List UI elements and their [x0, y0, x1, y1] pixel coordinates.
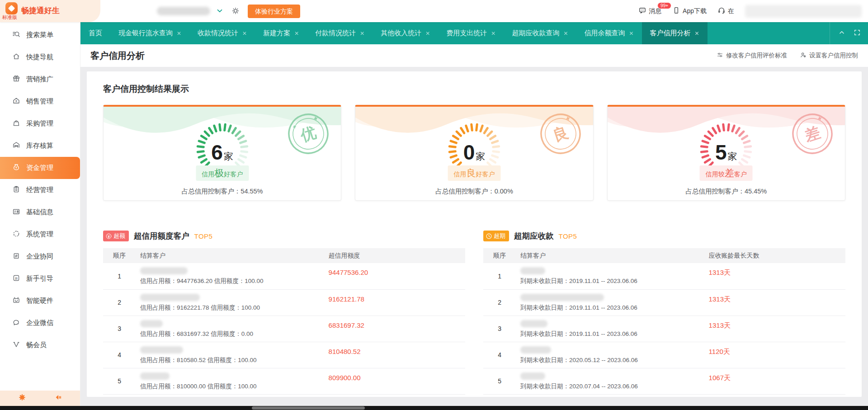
sidebar-item-marketing[interactable]: 营销推广 — [0, 68, 80, 90]
due-date-detail: 到期未收款日期：2019.11.01 -- 2023.06.06 — [520, 330, 700, 338]
tab-home[interactable]: 首页 — [80, 22, 110, 44]
online-service-label: 在 — [728, 7, 734, 15]
sidebar-item-member[interactable]: 畅会员 — [0, 334, 80, 356]
sidebar-item-system-mgmt[interactable]: 系统管理 — [0, 223, 80, 245]
dashed-circle-icon — [12, 230, 20, 239]
sidebar-item-label: 企业微信 — [26, 319, 53, 327]
credit-label-badge: 信用较差客户 — [700, 165, 753, 181]
sidebar-item-wecom[interactable]: 企业微信 — [0, 312, 80, 334]
close-icon[interactable]: ✕ — [695, 30, 699, 37]
close-icon[interactable]: ✕ — [425, 30, 430, 37]
close-icon[interactable]: ✕ — [177, 30, 181, 37]
credit-card-good: 0家 信用良好客户 占总信用控制客户：0.00% 良 — [355, 105, 593, 201]
tab-credit-balance-query[interactable]: 信用余额查询✕ — [576, 22, 642, 44]
chevron-down-icon[interactable] — [216, 7, 223, 16]
percent-label: 占总信用控制客户： — [182, 188, 241, 195]
fullscreen-icon[interactable] — [854, 29, 861, 38]
close-icon[interactable]: ✕ — [563, 30, 568, 37]
tab-cash-bank-flow-query[interactable]: 现金银行流水查询✕ — [110, 22, 189, 44]
messages-count-badge: 99+ — [657, 2, 671, 9]
count-value: 5 — [715, 141, 727, 164]
close-icon[interactable]: ✕ — [360, 30, 364, 37]
sidebar-item-sales-mgmt[interactable]: ¥ 销售管理 — [0, 90, 80, 113]
sidebar-item-label: 库存核算 — [26, 141, 53, 150]
sidebar-item-funds-mgmt[interactable]: ¥ 资金管理 — [0, 157, 80, 179]
sidebar-item-label: 基础信息 — [26, 208, 53, 217]
label-big: 极 — [214, 168, 224, 178]
trial-industry-plan-button[interactable]: 体验行业方案 — [248, 5, 300, 18]
collapse-tabs-icon[interactable] — [838, 29, 845, 38]
over-credit-value: 94477536.20 — [324, 263, 465, 289]
messages-button[interactable]: 消息 99+ — [638, 6, 661, 16]
sidebar-item-enterprise-collab[interactable]: 企业协同 — [0, 245, 80, 268]
sidebar-item-search-menu[interactable]: 搜索菜单 — [0, 24, 80, 46]
table-row: 5 到期未收款日期：2020.07.04 -- 2023.06.06 1067天 — [483, 368, 845, 394]
horizontal-scrollbar[interactable] — [0, 406, 868, 410]
credit-percent: 占总信用控制客户：54.55% — [104, 187, 341, 196]
brand-name: 畅捷通好生 — [21, 5, 60, 16]
tab-customer-credit-analysis[interactable]: 客户信用分析✕ — [642, 22, 708, 44]
tab-payment-stats[interactable]: 付款情况统计✕ — [307, 22, 373, 44]
table-row: 4 信用占用额：810580.52 信用额度：100.00 810480.52 — [103, 342, 465, 368]
new-badge-icon: 新 — [12, 274, 20, 283]
tab-label: 费用支出统计 — [446, 29, 487, 38]
scrollbar-thumb[interactable] — [252, 406, 365, 410]
close-icon[interactable]: ✕ — [242, 30, 247, 37]
header-utilities: 消息 99+ App下载 在 — [638, 0, 862, 22]
customer-cell: 到期未收款日期：2020.07.04 -- 2023.06.06 — [516, 368, 704, 394]
rank-cell: 1 — [103, 263, 136, 289]
customer-cell: 到期未收款日期：2020.05.12 -- 2023.06.06 — [516, 342, 704, 368]
rank-cell: 1 — [483, 263, 516, 289]
brand-logo-icon — [5, 2, 18, 14]
close-icon[interactable]: ✕ — [629, 30, 633, 37]
settings-gear-icon[interactable] — [18, 393, 26, 403]
overdue-receivables-table: 顺序 结算客户 应收账龄最长天数 1 到期未收款日期：2019.11.01 --… — [483, 248, 845, 395]
badge-label: 超期 — [494, 232, 505, 240]
rating-seal-excellent: 优 — [287, 112, 330, 156]
sidebar-item-smart-hardware[interactable]: 智能硬件 — [0, 290, 80, 312]
search-icon — [12, 30, 20, 40]
over-credit-value: 810480.52 — [324, 342, 465, 368]
tab-other-income-stats[interactable]: 其他收入统计✕ — [373, 22, 438, 44]
modify-credit-standard-link[interactable]: 修改客户信用评价标准 — [717, 52, 787, 60]
app-download-button[interactable]: App下载 — [672, 6, 707, 16]
close-icon[interactable]: ✕ — [491, 30, 495, 37]
customer-name-redacted — [140, 372, 170, 380]
aging-days-value: 1120天 — [704, 342, 845, 368]
credit-detail: 信用占用额：94477636.20 信用额度：100.00 — [140, 277, 320, 285]
sidebar-item-purchase-mgmt[interactable]: 采购管理 — [0, 113, 80, 135]
company-name-redacted — [157, 7, 210, 15]
rank-cell: 3 — [103, 316, 136, 342]
close-icon[interactable]: ✕ — [294, 30, 299, 37]
online-service-button[interactable]: 在 — [717, 6, 734, 16]
phone-icon — [672, 6, 680, 16]
brand-edition: 标准版 — [2, 14, 17, 21]
clipboard-icon — [12, 185, 20, 195]
credit-label-badge: 信用良好客户 — [448, 165, 500, 181]
sidebar-item-inventory-accounting[interactable]: 库存核算 — [0, 135, 80, 157]
sidebar-item-business-mgmt[interactable]: 经营管理 — [0, 179, 80, 201]
set-credit-control-link[interactable]: 设置客户信用控制 — [800, 52, 858, 60]
due-date-detail: 到期未收款日期：2019.11.01 -- 2023.06.06 — [520, 277, 700, 285]
sidebar-item-newbie-guide[interactable]: 新 新手引导 — [0, 268, 80, 290]
table-row: 4 到期未收款日期：2020.05.12 -- 2023.06.06 1120天 — [483, 342, 845, 368]
collapse-sidebar-icon[interactable] — [54, 393, 62, 403]
customer-cell: 到期未收款日期：2019.11.01 -- 2023.06.06 — [516, 316, 704, 342]
customer-name-redacted — [140, 294, 200, 301]
over-credit-value: 809900.00 — [324, 368, 465, 394]
tab-expense-stats[interactable]: 费用支出统计✕ — [438, 22, 504, 44]
sidebar-item-label: 销售管理 — [26, 97, 53, 106]
col-header-customer: 结算客户 — [136, 248, 324, 263]
sidebar-item-quick-nav[interactable]: 快捷导航 — [0, 46, 80, 68]
tab-overdue-receivables-query[interactable]: 超期应收款查询✕ — [504, 22, 576, 44]
id-card-icon — [12, 207, 20, 217]
credit-percent: 占总信用控制客户：0.00% — [355, 187, 593, 196]
tab-new-plan[interactable]: 新建方案✕ — [255, 22, 307, 44]
sidebar-item-base-info[interactable]: 基础信息 — [0, 201, 80, 223]
rank-cell: 3 — [483, 316, 516, 342]
clock-icon — [486, 233, 492, 239]
label-post: 好客户 — [224, 170, 243, 178]
gear-icon[interactable] — [231, 7, 240, 17]
tab-receipt-stats[interactable]: 收款情况统计✕ — [189, 22, 255, 44]
col-header-rank: 顺序 — [103, 248, 136, 263]
